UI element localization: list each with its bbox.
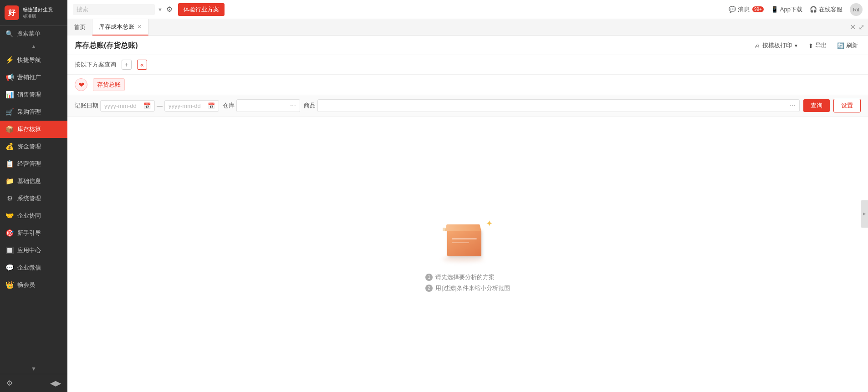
step-1-text: 请先选择要分析的方案	[435, 273, 495, 281]
sidebar-item-newbie[interactable]: 🎯 新手引导	[0, 224, 67, 242]
purchase-icon: 🛒	[5, 108, 14, 116]
date-filter-group: 记账日期 yyyy-mm-dd 📅 — yyyy-mm-dd 📅	[75, 100, 219, 112]
logo-text: 畅捷通好生意 标准版	[23, 6, 53, 19]
online-service-btn[interactable]: 🎧 在线客服	[810, 5, 842, 14]
calendar-start-icon: 📅	[143, 102, 151, 109]
sidebar-item-operations[interactable]: 📋 经营管理	[0, 155, 67, 173]
sidebar-item-purchase[interactable]: 🛒 采购管理	[0, 103, 67, 121]
goods-label: 商品	[304, 102, 316, 110]
export-btn[interactable]: ⬆ 导出	[806, 40, 830, 51]
sidebar-item-sales[interactable]: 📊 销售管理	[0, 86, 67, 103]
scheme-icon: ❤	[78, 81, 84, 89]
goods-input[interactable]: ···	[317, 99, 800, 112]
empty-step-1: 1 请先选择要分析的方案	[425, 273, 510, 281]
quick-nav-icon: ⚡	[5, 56, 14, 64]
refresh-icon: 🔄	[837, 42, 844, 49]
topbar: 搜索 ▼ ⚙ 体验行业方案 💬 消息 99+ 📱 App下载 🎧 在线客服 Ri…	[67, 0, 868, 19]
main-area: 搜索 ▼ ⚙ 体验行业方案 💬 消息 99+ 📱 App下载 🎧 在线客服 Ri…	[67, 0, 868, 392]
refresh-btn[interactable]: 🔄 刷新	[834, 40, 861, 51]
sidebar-item-inventory[interactable]: 📦 库存核算	[0, 121, 67, 138]
sidebar-item-system[interactable]: ⚙ 系统管理	[0, 190, 67, 207]
sidebar-item-wechat[interactable]: 💬 企业微信	[0, 259, 67, 276]
print-btn[interactable]: 🖨 按模板打印 ▼	[752, 40, 801, 51]
calendar-end-icon: 📅	[208, 102, 215, 109]
tab-close-icon[interactable]: ✕	[137, 24, 142, 30]
vip-icon: 👑	[5, 281, 14, 289]
sidebar-item-finance[interactable]: 💰 资金管理	[0, 138, 67, 155]
date-start-input[interactable]: yyyy-mm-dd 📅	[100, 100, 155, 112]
enterprise-icon: 🤝	[5, 212, 14, 220]
empty-state: ✦ 1 请先选择要分析的方案 2 用[过滤]条件来缩小分析范围	[67, 117, 868, 392]
scheme-tag-icon-btn[interactable]: ❤	[75, 78, 87, 91]
app-icon: 📱	[771, 6, 778, 13]
sidebar-item-app-center[interactable]: 🔲 应用中心	[0, 242, 67, 259]
newbie-icon: 🎯	[5, 229, 14, 237]
inventory-icon: 📦	[5, 125, 14, 133]
page-header-actions: 🖨 按模板打印 ▼ ⬆ 导出 🔄 刷新	[752, 40, 861, 51]
filter-scheme-tags: ❤ 存货总账	[67, 75, 868, 95]
topbar-gear-icon[interactable]: ⚙	[166, 5, 173, 14]
basic-info-icon: 📁	[5, 177, 14, 185]
filter-scheme-label: 按以下方案查询	[75, 61, 116, 69]
user-avatar[interactable]: Rit	[850, 3, 863, 16]
empty-hints: 1 请先选择要分析的方案 2 用[过滤]条件来缩小分析范围	[425, 273, 510, 295]
date-separator: —	[157, 102, 163, 109]
goods-more-icon[interactable]: ···	[790, 102, 796, 110]
message-icon: 💬	[729, 6, 736, 13]
warehouse-more-icon[interactable]: ···	[290, 102, 296, 110]
tab-close-btn[interactable]: ✕	[850, 23, 856, 31]
search-menu[interactable]: 🔍 搜索菜单	[0, 26, 67, 41]
topbar-right: 💬 消息 99+ 📱 App下载 🎧 在线客服 Rit	[729, 3, 863, 16]
filter-add-btn[interactable]: +	[122, 60, 132, 70]
scheme-label[interactable]: 存货总账	[93, 78, 125, 91]
service-icon: 🎧	[810, 6, 817, 13]
sidebar-item-vip[interactable]: 👑 畅会员	[0, 276, 67, 294]
date-end-input[interactable]: yyyy-mm-dd 📅	[164, 100, 219, 112]
toggle-icon[interactable]: ◀▶	[50, 379, 61, 387]
filter-collapse-btn[interactable]: «	[137, 60, 147, 70]
sidebar-logo: 好 畅捷通好生意 标准版	[0, 0, 67, 26]
query-btn[interactable]: 查询	[803, 99, 830, 112]
system-icon: ⚙	[5, 194, 14, 203]
content-area: 库存总账(存货总账) 🖨 按模板打印 ▼ ⬆ 导出 🔄 刷新 按以下方案查询	[67, 36, 868, 392]
marketing-icon: 📢	[5, 73, 14, 81]
print-dropdown-icon: ▼	[794, 43, 798, 48]
dropdown-arrow-icon[interactable]: ▼	[158, 7, 163, 12]
filter-scheme-row: 按以下方案查询 + «	[67, 55, 868, 75]
warehouse-select[interactable]: ···	[236, 99, 300, 112]
warehouse-label: 仓库	[223, 102, 235, 110]
sidebar-nav: ⚡ 快捷导航 📢 营销推广 📊 销售管理 🛒 采购管理 📦 库存核算 💰 资金管…	[0, 51, 67, 364]
right-panel-toggle[interactable]: ▶	[861, 200, 868, 228]
warehouse-filter-group: 仓库 ···	[223, 99, 300, 112]
step-2-num: 2	[425, 285, 433, 292]
settings-btn[interactable]: 设置	[833, 99, 861, 112]
logo-icon: 好	[5, 5, 19, 20]
step-1-num: 1	[425, 274, 433, 281]
sidebar-item-quick-nav[interactable]: ⚡ 快捷导航	[0, 51, 67, 69]
finance-icon: 💰	[5, 143, 14, 151]
step-2-text: 用[过滤]条件来缩小分析范围	[435, 284, 510, 292]
tab-home[interactable]: 首页	[67, 19, 92, 36]
sidebar-item-marketing[interactable]: 📢 营销推广	[0, 69, 67, 86]
goods-filter-group: 商品 ···	[304, 99, 800, 112]
export-icon: ⬆	[808, 42, 813, 49]
sales-icon: 📊	[5, 91, 14, 99]
sidebar-item-enterprise[interactable]: 🤝 企业协同	[0, 207, 67, 224]
empty-box-illustration: ✦	[440, 214, 495, 264]
app-download-btn[interactable]: 📱 App下载	[771, 5, 802, 14]
app-center-icon: 🔲	[5, 246, 14, 255]
tab-expand-btn[interactable]: ⤢	[858, 23, 864, 31]
industry-btn[interactable]: 体验行业方案	[178, 3, 225, 16]
settings-icon[interactable]: ⚙	[6, 379, 13, 387]
tab-inventory-cost[interactable]: 库存成本总账 ✕	[92, 19, 148, 36]
scroll-down-btn[interactable]: ▼	[0, 364, 67, 374]
scroll-up-btn[interactable]: ▲	[0, 41, 67, 51]
sidebar-item-basic-info[interactable]: 📁 基础信息	[0, 173, 67, 190]
topbar-search[interactable]: 搜索	[73, 4, 155, 15]
page-title: 库存总账(存货总账)	[75, 41, 138, 51]
operations-icon: 📋	[5, 160, 14, 168]
empty-step-2: 2 用[过滤]条件来缩小分析范围	[425, 284, 510, 292]
sidebar: 好 畅捷通好生意 标准版 🔍 搜索菜单 ▲ ⚡ 快捷导航 📢 营销推广 📊 销售…	[0, 0, 67, 392]
messages-btn[interactable]: 💬 消息 99+	[729, 5, 764, 14]
topbar-left: 搜索 ▼ ⚙ 体验行业方案	[73, 3, 729, 16]
